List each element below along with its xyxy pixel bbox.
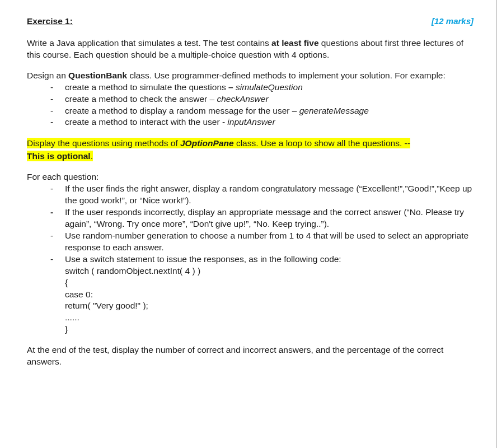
header-row: Exercise 1: [12 marks]	[27, 16, 477, 27]
text: –	[228, 82, 233, 92]
method-name: simulateQuestion	[236, 82, 303, 92]
bullet-dash: -	[50, 207, 65, 230]
bullet-dash: -	[50, 82, 65, 94]
list-text: create a method to interact with the use…	[65, 116, 477, 128]
list-item: - Use random-number generation to choose…	[50, 230, 477, 254]
list-item: - create a method to check the answer – …	[50, 94, 477, 105]
text-bold: at least five	[271, 38, 318, 48]
text: create a method to interact with the use…	[65, 117, 222, 127]
code-block: switch ( randomObject.nextInt( 4 ) ) { c…	[27, 265, 477, 336]
list-text: create a method to display a random mess…	[65, 105, 477, 117]
bullet-dash: -	[50, 254, 65, 265]
text: Display the questions using methods of	[27, 138, 180, 148]
class-ref: JOptionPane	[180, 138, 234, 148]
text: class. Use programmer-defined methods to…	[127, 71, 446, 80]
methods-list: - create a method to simulate the questi…	[27, 82, 477, 129]
text: class. Use a loop to show all the questi…	[234, 138, 410, 148]
code-line: {	[65, 277, 477, 289]
text-bold: This is optional	[27, 151, 91, 161]
method-name: checkAnswer	[217, 94, 268, 104]
code-line: case 0:	[65, 289, 477, 301]
rules-list: - If the user finds the right answer, di…	[27, 183, 477, 265]
list-text: If the user finds the right answer, disp…	[65, 183, 477, 207]
highlight-paragraph: Display the questions using methods of J…	[27, 137, 477, 162]
list-item: - create a method to simulate the questi…	[50, 82, 477, 94]
list-item: - If the user responds incorrectly, disp…	[50, 207, 477, 230]
method-name: generateMessage	[299, 106, 369, 115]
document-page: Exercise 1: [12 marks] Write a Java appl…	[0, 0, 497, 448]
list-item: - create a method to interact with the u…	[50, 116, 477, 128]
text: –	[209, 94, 214, 104]
list-text: create a method to simulate the question…	[65, 82, 477, 94]
bullet-dash: -	[50, 105, 65, 117]
bullet-dash: -	[50, 230, 65, 254]
class-name: QuestionBank	[68, 71, 127, 80]
text: create a method to display a random mess…	[65, 106, 292, 115]
bullet-dash: -	[50, 116, 65, 128]
bullet-dash: -	[50, 94, 65, 105]
highlight-text: This is optional.	[27, 151, 93, 161]
list-text: Use random-number generation to choose a…	[65, 230, 477, 254]
intro-paragraph: Write a Java application that simulates …	[27, 38, 477, 61]
list-item: - If the user finds the right answer, di…	[50, 183, 477, 207]
code-line: }	[65, 324, 477, 335]
exercise-title: Exercise 1:	[27, 16, 73, 27]
design-paragraph: Design an QuestionBank class. Use progra…	[27, 70, 477, 82]
marks-label: [12 marks]	[432, 16, 477, 27]
code-line: return( "Very good!" );	[65, 300, 477, 312]
text: Design an	[27, 71, 68, 80]
list-text: Use a switch statement to issue the resp…	[65, 254, 477, 265]
highlight-text: Display the questions using methods of J…	[27, 138, 410, 148]
foreach-label: For each question:	[27, 171, 477, 183]
code-line: switch ( randomObject.nextInt( 4 ) )	[65, 265, 477, 277]
list-item: - create a method to display a random me…	[50, 105, 477, 117]
text: .	[91, 151, 93, 161]
list-text: create a method to check the answer – ch…	[65, 94, 477, 105]
method-name: inputAnswer	[227, 117, 275, 127]
list-text: If the user responds incorrectly, displa…	[65, 207, 477, 230]
code-line: ......	[65, 312, 477, 324]
ending-paragraph: At the end of the test, display the numb…	[27, 344, 477, 368]
bullet-dash: -	[50, 183, 65, 207]
list-item: - Use a switch statement to issue the re…	[50, 254, 477, 265]
text: create a method to simulate the question…	[65, 82, 228, 92]
text: Write a Java application that simulates …	[27, 38, 271, 48]
text: create a method to check the answer	[65, 94, 209, 104]
